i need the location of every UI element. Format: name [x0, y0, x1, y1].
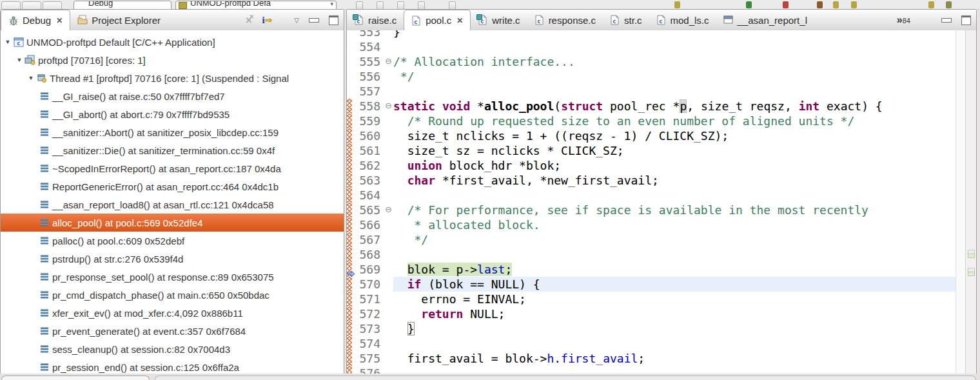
- minimize-icon[interactable]: [941, 18, 952, 23]
- toolbar-icon[interactable]: [928, 1, 934, 8]
- code-text[interactable]: /* For performance, see if space is avai…: [393, 203, 956, 217]
- code-line[interactable]: 568: [347, 247, 956, 262]
- code-text[interactable]: blok = p->last;: [393, 262, 956, 277]
- line-number[interactable]: 559: [352, 114, 384, 128]
- import-info-icon[interactable]: i⇒: [262, 14, 271, 26]
- toolbar-icon[interactable]: [746, 1, 752, 8]
- code-line[interactable]: 565⊖ /* For performance, see if space is…: [347, 203, 956, 217]
- code-line[interactable]: 554: [347, 39, 956, 54]
- line-number[interactable]: 555: [352, 54, 384, 69]
- editor-tab-str-c[interactable]: cstr.c: [603, 10, 649, 30]
- code-text[interactable]: if (blok == NULL) {: [393, 277, 956, 292]
- editor-tab-mod-ls-c[interactable]: cmod_ls.c: [649, 10, 716, 30]
- view-menu-icon[interactable]: ▽: [294, 17, 299, 24]
- line-number[interactable]: 554: [352, 39, 384, 54]
- code-text[interactable]: /* Allocation interface...: [393, 54, 956, 69]
- code-line[interactable]: 556 */: [347, 69, 956, 84]
- stack-frame-row[interactable]: sess_cleanup() at session.c:82 0x7004d3: [1, 340, 344, 358]
- line-number[interactable]: 574: [352, 336, 384, 351]
- stack-frame-row[interactable]: pstrdup() at str.c:276 0x539f4d: [1, 250, 344, 268]
- view-tab-project-explorer[interactable]: Project Explorer: [70, 10, 168, 30]
- code-text[interactable]: first_avail = blok->h.first_avail;: [393, 351, 956, 366]
- stack-frame-row[interactable]: __sanitizer::Die() at sanitizer_terminat…: [1, 141, 344, 159]
- code-text[interactable]: * allocated block.: [393, 217, 956, 232]
- editor-tab-response-c[interactable]: cresponse.c: [527, 10, 603, 30]
- line-number[interactable]: 557: [352, 84, 384, 99]
- code-line[interactable]: 574: [347, 336, 956, 351]
- code-text[interactable]: }: [393, 321, 956, 336]
- close-icon[interactable]: ✕: [55, 16, 63, 25]
- line-number[interactable]: 562: [352, 158, 384, 173]
- toolbar-icon[interactable]: [783, 1, 789, 8]
- line-number[interactable]: 566: [352, 217, 384, 232]
- line-number[interactable]: 564: [352, 188, 384, 203]
- code-line[interactable]: 553}: [347, 30, 956, 39]
- code-line[interactable]: 563 char *first_avail, *new_first_avail;: [347, 173, 956, 188]
- tab-overflow-button[interactable]: »84: [897, 14, 910, 26]
- stack-frame-row[interactable]: pr_session_end() at session.c:125 0x6ffa…: [1, 358, 344, 374]
- line-number[interactable]: 568: [352, 247, 384, 262]
- code-line[interactable]: 559 /* Round up requested size to an eve…: [347, 114, 956, 128]
- code-text[interactable]: errno = EINVAL;: [393, 292, 956, 306]
- code-line[interactable]: 566 * allocated block.: [347, 217, 956, 232]
- toolbar-icon[interactable]: [833, 1, 839, 8]
- code-text[interactable]: union block_hdr *blok;: [393, 158, 956, 173]
- toolbar-icon[interactable]: [851, 1, 857, 8]
- code-line[interactable]: 575 first_avail = blok->h.first_avail;: [347, 351, 956, 366]
- stack-frame-row[interactable]: pr_event_generate() at event.c:357 0x6f7…: [1, 322, 344, 340]
- stack-frame-row[interactable]: ReportGenericError() at asan_report.cc:4…: [1, 177, 344, 195]
- code-text[interactable]: char *first_avail, *new_first_avail;: [393, 173, 956, 188]
- line-number[interactable]: 558: [352, 99, 384, 114]
- line-number[interactable]: 556: [352, 69, 384, 84]
- launch-config-row[interactable]: ▼cUNMOD-proftpd Default [C/C++ Applicati…: [1, 33, 344, 51]
- process-row[interactable]: ▼proftpd [70716] [cores: 1]: [1, 51, 344, 69]
- fold-marker-icon[interactable]: ⊖: [384, 203, 393, 217]
- fold-marker-icon[interactable]: ⊖: [384, 99, 393, 114]
- vertical-scrollbar[interactable]: [956, 30, 966, 374]
- code-line[interactable]: 567 */: [347, 232, 956, 247]
- stack-frame-row[interactable]: __sanitizer::Abort() at sanitizer_posix_…: [1, 123, 344, 141]
- code-line[interactable]: 569 blok = p->last;: [347, 262, 956, 277]
- stack-frame-row[interactable]: __GI_abort() at abort.c:79 0x7ffff7bd953…: [1, 105, 344, 123]
- stack-frame-row[interactable]: alloc_pool() at pool.c:569 0x52dfe4: [1, 214, 344, 232]
- code-line[interactable]: 557: [347, 84, 956, 99]
- code-text[interactable]: }: [393, 30, 956, 39]
- stack-frame-row[interactable]: __asan_report_load8() at asan_rtl.cc:121…: [1, 195, 344, 214]
- code-line[interactable]: 571 errno = EINVAL;: [347, 292, 956, 306]
- code-text[interactable]: */: [393, 232, 956, 247]
- tree-expander-icon[interactable]: ▼: [3, 39, 12, 45]
- close-icon[interactable]: ✕: [455, 16, 463, 25]
- code-line[interactable]: 562 union block_hdr *blok;: [347, 158, 956, 173]
- code-line[interactable]: 572 return NULL;: [347, 306, 956, 321]
- thread-row[interactable]: ▼Thread #1 [proftpd] 70716 [core: 1] (Su…: [1, 69, 344, 87]
- code-text[interactable]: [393, 247, 956, 262]
- tree-expander-icon[interactable]: ▼: [15, 57, 24, 63]
- stack-frame-row[interactable]: pr_cmd_dispatch_phase() at main.c:650 0x…: [1, 286, 344, 304]
- line-number[interactable]: 553: [352, 30, 384, 39]
- stack-frame-row[interactable]: xfer_exit_ev() at mod_xfer.c:4,092 0x886…: [1, 304, 344, 322]
- line-number[interactable]: 560: [352, 128, 384, 143]
- code-line[interactable]: 564: [347, 188, 956, 203]
- line-number[interactable]: 575: [352, 351, 384, 366]
- line-number[interactable]: 572: [352, 306, 384, 321]
- toolbar-icon[interactable]: [674, 1, 680, 8]
- line-number[interactable]: 565: [352, 203, 384, 217]
- code-text[interactable]: [393, 336, 956, 351]
- minimize-icon[interactable]: [309, 18, 319, 23]
- stack-frame-row[interactable]: palloc() at pool.c:609 0x52debf: [1, 232, 344, 250]
- stack-frame-row[interactable]: __GI_raise() at raise.c:50 0x7ffff7bf7ed…: [1, 87, 344, 105]
- editor-tab-raise-c[interactable]: craise.c: [347, 10, 404, 30]
- code-text[interactable]: size_t nclicks = 1 + ((reqsz - 1) / CLIC…: [393, 128, 956, 143]
- maximize-icon[interactable]: [961, 15, 971, 25]
- remove-all-terminated-icon[interactable]: ✕✕: [245, 15, 252, 25]
- line-number[interactable]: 563: [352, 173, 384, 188]
- code-text[interactable]: */: [393, 69, 956, 84]
- code-text[interactable]: /* Round up requested size to an even nu…: [393, 114, 956, 128]
- code-text[interactable]: size_t sz = nclicks * CLICK_SZ;: [393, 143, 956, 158]
- maximize-icon[interactable]: [329, 15, 338, 25]
- overview-marker[interactable]: [968, 272, 975, 276]
- code-text[interactable]: [393, 39, 956, 54]
- editor-tab-write-c[interactable]: cwrite.c: [471, 10, 527, 30]
- bottom-view-tab[interactable]: [1, 375, 150, 380]
- code-scroll-area[interactable]: 553}554555⊖/* Allocation interface...556…: [347, 30, 956, 374]
